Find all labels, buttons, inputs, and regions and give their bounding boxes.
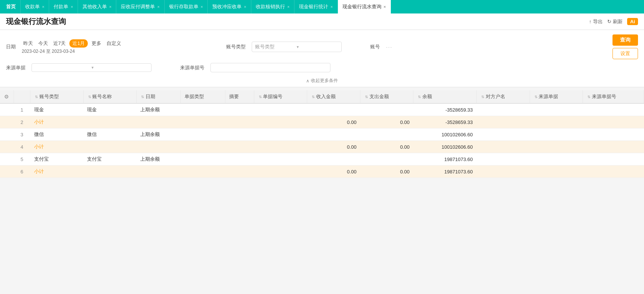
cell-summary (225, 103, 254, 116)
cell-income (307, 128, 360, 141)
nav-tab-cash-bank-stat-close[interactable]: × (330, 4, 333, 9)
cell-date: 上期余额 (137, 103, 181, 116)
page-header: 现金银行流水查询 ↑ 导出 ↻ 刷新 Ai (0, 13, 644, 30)
nav-tab-payment[interactable]: 付款单 × (49, 0, 78, 13)
col-balance[interactable]: ⇅ 余额 (413, 90, 477, 103)
source-doc-no-input[interactable] (210, 63, 330, 72)
col-date[interactable]: ⇅ 日期 (137, 90, 181, 103)
col-expense[interactable]: ⇅ 支出金额 (360, 90, 413, 103)
nav-tab-payment-label: 付款单 (54, 3, 68, 10)
table-row: 2小计0.000.00-3528659.33 (0, 116, 644, 128)
nav-tab-payment-close[interactable]: × (71, 4, 73, 9)
cell-doc-type (180, 153, 225, 166)
yesterday-btn[interactable]: 昨天 (22, 39, 35, 48)
cell-counterpart (477, 103, 530, 116)
cell-balance: 100102606.60 (413, 128, 477, 141)
col-summary: 摘要 (225, 90, 254, 103)
col-counterpart[interactable]: ⇅ 对方户名 (477, 90, 530, 103)
cell-date (137, 141, 181, 153)
nav-tab-advance-offset-label: 预收冲应收单 (212, 3, 242, 10)
nav-tab-ar-ap-adjust-label: 应收应付调整单 (121, 3, 155, 10)
col-source-doc-no[interactable]: ⇅ 来源单据号 (583, 90, 644, 103)
filter-area: 日期 昨天 今天 近7天 近1月 更多 自定义 2023-02-24 至 202… (0, 30, 644, 87)
nav-tab-advance-offset[interactable]: 预收冲应收单 × (208, 0, 251, 13)
col-income[interactable]: ⇅ 收入金额 (307, 90, 360, 103)
col-doc-no-sort-icon: ⇅ (259, 95, 262, 99)
cell-date (137, 166, 181, 178)
date-options: 昨天 今天 近7天 近1月 更多 自定义 (22, 39, 123, 48)
last1m-btn[interactable]: 近1月 (69, 39, 88, 48)
col-account-type-sort-icon: ⇅ (35, 95, 38, 99)
cell-counterpart (477, 153, 530, 166)
cell-counterpart (477, 128, 530, 141)
last7-btn[interactable]: 近7天 (52, 39, 67, 48)
nav-tab-collection-verify[interactable]: 收款核销执行 × (251, 0, 294, 13)
cell-summary (225, 141, 254, 153)
custom-btn[interactable]: 自定义 (105, 39, 123, 48)
cell-summary (225, 166, 254, 178)
col-gear[interactable]: ⚙ (0, 90, 14, 103)
settings-button[interactable]: 设置 (612, 48, 638, 59)
cell-source-doc-no (583, 141, 644, 153)
export-icon: ↑ (589, 19, 592, 24)
nav-tab-ar-ap-adjust[interactable]: 应收应付调整单 × (116, 0, 164, 13)
nav-tab-advance-offset-close[interactable]: × (244, 4, 246, 9)
cell-source-doc (530, 116, 583, 128)
collapse-label: 收起更多条件 (311, 78, 338, 84)
cell-expense: 0.00 (360, 141, 413, 153)
cell-source-doc (530, 166, 583, 178)
nav-tab-receipt[interactable]: 收款单 × (21, 0, 49, 13)
nav-tab-ar-ap-adjust-close[interactable]: × (157, 4, 159, 9)
export-button[interactable]: ↑ 导出 (589, 18, 603, 25)
source-doc-label: 来源单据 (6, 64, 26, 71)
nav-tab-cash-bank-stat[interactable]: 现金银行统计 × (294, 0, 338, 13)
account-type-select[interactable]: 账号类型 ▾ (252, 42, 342, 52)
nav-tab-bank-deposit-close[interactable]: × (201, 4, 203, 9)
nav-tab-other-income-close[interactable]: × (109, 4, 111, 9)
nav-tab-collection-verify-label: 收款核销执行 (256, 3, 285, 10)
account-dots[interactable]: ··· (386, 44, 392, 50)
cell-account-type: 小计 (30, 141, 84, 153)
col-account-name[interactable]: ⇅ 账号名称 (83, 90, 137, 103)
nav-tab-home[interactable]: 首页 (2, 0, 21, 13)
col-doc-no[interactable]: ⇅ 单据编号 (254, 90, 307, 103)
cell-doc-no (254, 166, 307, 178)
cell-account-name: 支付宝 (83, 153, 137, 166)
cell-gear (0, 103, 14, 116)
today-btn[interactable]: 今天 (37, 39, 50, 48)
cell-doc-type (180, 116, 225, 128)
query-button[interactable]: 查询 (612, 34, 638, 46)
collapse-bar[interactable]: ∧ 收起更多条件 (6, 76, 638, 84)
cell-num: 6 (14, 166, 30, 178)
nav-tab-collection-verify-close[interactable]: × (287, 4, 290, 9)
page-title: 现金银行流水查询 (6, 16, 66, 27)
cell-doc-type (180, 128, 225, 141)
cell-income (307, 103, 360, 116)
col-account-type[interactable]: ⇅ 账号类型 (30, 90, 84, 103)
cell-account-name: 微信 (83, 128, 137, 141)
source-doc-select[interactable]: ▾ (32, 63, 152, 72)
cell-gear (0, 116, 14, 128)
cell-account-type: 小计 (30, 116, 84, 128)
nav-tab-bank-deposit[interactable]: 银行存取款单 × (165, 0, 208, 13)
col-source-doc[interactable]: ⇅ 来源单据 (530, 90, 583, 103)
col-source-doc-sort-icon: ⇅ (534, 95, 537, 99)
nav-tab-receipt-close[interactable]: × (42, 4, 44, 9)
cell-doc-no (254, 116, 307, 128)
refresh-button[interactable]: ↻ 刷新 (607, 18, 623, 25)
table-row: 6小计0.000.0019871073.60 (0, 166, 644, 178)
top-nav: 首页 收款单 × 付款单 × 其他收入单 × 应收应付调整单 × 银行存取款单 … (0, 0, 644, 13)
gear-icon[interactable]: ⚙ (4, 94, 9, 100)
header-actions: ↑ 导出 ↻ 刷新 Ai (589, 18, 638, 25)
nav-tab-cash-bank-flow-close[interactable]: × (384, 4, 386, 9)
cell-balance: 19871073.60 (413, 153, 477, 166)
col-counterpart-sort-icon: ⇅ (481, 95, 484, 99)
nav-tab-cash-bank-flow[interactable]: 现金银行流水查询 × (338, 0, 391, 13)
collapse-up-icon: ∧ (306, 78, 309, 84)
more-btn[interactable]: 更多 (90, 39, 103, 48)
nav-tab-other-income[interactable]: 其他收入单 × (78, 0, 116, 13)
cell-source-doc-no (583, 128, 644, 141)
cell-source-doc (530, 103, 583, 116)
source-doc-no-label: 来源单据号 (180, 64, 204, 71)
ai-button[interactable]: Ai (627, 18, 638, 25)
